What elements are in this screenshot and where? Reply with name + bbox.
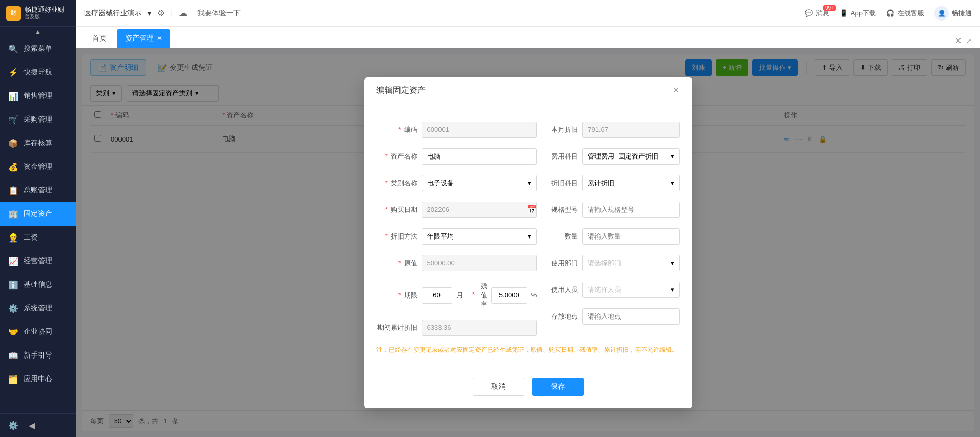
sidebar-item-label: 采购管理 — [24, 115, 52, 124]
expense-subject-select[interactable]: 管理费用_固定资产折旧 ▾ — [582, 148, 679, 165]
initial-accumulated-label: 期初累计折旧 — [376, 323, 417, 332]
form-row-location: 存放地点 — [537, 303, 679, 330]
period-input[interactable] — [422, 287, 452, 304]
form-row-purchase-date: * 购买日期 📅 — [376, 196, 537, 223]
purchase-date-label: * 购买日期 — [376, 205, 417, 214]
sidebar-item-management[interactable]: 📈 经营管理 — [0, 249, 76, 273]
settings-icon[interactable]: ⚙ — [157, 8, 165, 18]
modal-footer: 取消 保存 — [364, 371, 692, 408]
sidebar-bottom: ⚙️ ◀ — [0, 413, 76, 437]
sidebar-item-label: 企业协同 — [24, 327, 52, 336]
sidebar-item-sales[interactable]: 📊 销售管理 — [0, 84, 76, 108]
period-unit: 月 — [456, 291, 463, 300]
model-label: 规格型号 — [537, 205, 578, 214]
location-label: 存放地点 — [537, 312, 578, 321]
name-input[interactable] — [422, 148, 537, 165]
customer-service-button[interactable]: 🎧 在线客服 — [886, 9, 924, 18]
residual-rate-input[interactable] — [491, 287, 527, 304]
depreciation-subject-label: 折旧科目 — [537, 178, 578, 188]
sidebar-item-quick-nav[interactable]: ⚡ 快捷导航 — [0, 61, 76, 84]
original-value-input[interactable] — [422, 255, 537, 271]
form-row-monthly-depreciation: 本月折旧 — [537, 116, 679, 143]
app-download-button[interactable]: 📱 App下载 — [839, 9, 876, 18]
modal-overlay: 编辑固定资产 ✕ * 编码 — [76, 48, 980, 437]
collapse-icon[interactable]: ◀ — [29, 421, 35, 430]
form-row-quantity: 数量 — [537, 223, 679, 250]
cancel-button[interactable]: 取消 — [473, 378, 524, 396]
modal-body: * 编码 * 资产名称 — [364, 104, 692, 371]
period-label: * 期限 — [376, 291, 417, 300]
form-row-name: * 资产名称 — [376, 143, 537, 170]
ledger-icon: 📋 — [8, 186, 18, 195]
sidebar-item-label: 经营管理 — [24, 256, 52, 266]
tab-maximize-icon[interactable]: ⤢ — [966, 37, 972, 45]
sidebar-item-label: 工资 — [24, 233, 38, 242]
sidebar-item-label: 库存核算 — [24, 138, 52, 148]
sidebar-header: 财 畅捷通好业财 普及版 — [0, 0, 76, 27]
save-button[interactable]: 保存 — [532, 378, 584, 396]
sidebar-scroll-up[interactable]: ▲ — [0, 27, 76, 37]
modal-header: 编辑固定资产 ✕ — [364, 77, 692, 104]
search-icon: 🔍 — [8, 44, 18, 54]
sidebar-item-system[interactable]: ⚙️ 系统管理 — [0, 296, 76, 320]
calendar-icon[interactable]: 📅 — [527, 205, 537, 214]
form-row-user: 使用人员 请选择人员 ▾ — [537, 276, 679, 303]
sidebar-item-payroll[interactable]: 👷 工资 — [0, 226, 76, 249]
model-input[interactable] — [582, 202, 679, 218]
residual-rate-label: 残值率 — [481, 282, 487, 309]
sidebar-item-inventory[interactable]: 📦 库存核算 — [0, 131, 76, 155]
user-avatar: 👤 — [934, 6, 949, 21]
user-dropdown-icon: ▾ — [671, 286, 674, 293]
topbar-dropdown-arrow[interactable]: ▾ — [148, 9, 151, 17]
tab-asset-label: 资产管理 — [125, 34, 154, 43]
depreciation-subject-select[interactable]: 累计折旧 ▾ — [582, 175, 679, 191]
main-area: 医疗器械行业演示 ▾ ⚙ | ☁ 我要体验一下 💬 消息 99+ 📱 App下载… — [76, 0, 980, 437]
messages-button[interactable]: 💬 消息 99+ — [805, 9, 829, 18]
apps-icon: 🗂️ — [8, 374, 18, 384]
form-row-department: 使用部门 请选择部门 ▾ — [537, 250, 679, 276]
tab-asset-management[interactable]: 资产管理 ✕ — [117, 29, 170, 48]
sidebar-item-purchase[interactable]: 🛒 采购管理 — [0, 108, 76, 131]
depreciation-subject-dropdown-icon: ▾ — [671, 179, 674, 187]
form-left-col: * 编码 * 资产名称 — [376, 116, 537, 341]
sidebar-item-finance[interactable]: 💰 资金管理 — [0, 155, 76, 178]
topbar-right: 💬 消息 99+ 📱 App下载 🎧 在线客服 👤 畅捷通 — [805, 6, 972, 21]
sidebar-item-ledger[interactable]: 📋 总账管理 — [0, 178, 76, 202]
sidebar-item-basic-info[interactable]: ℹ️ 基础信息 — [0, 273, 76, 296]
edit-fixed-asset-modal: 编辑固定资产 ✕ * 编码 — [364, 77, 692, 408]
residual-rate-unit: % — [531, 291, 537, 299]
experience-icon: ☁ — [179, 8, 187, 18]
user-label: 使用人员 — [537, 285, 578, 294]
sidebar-item-fixed-assets[interactable]: 🏢 固定资产 — [0, 202, 76, 226]
tabbar: 首页 资产管理 ✕ ✕ ⤢ — [76, 27, 980, 48]
sidebar-item-search[interactable]: 🔍 搜索菜单 — [0, 37, 76, 61]
tab-home[interactable]: 首页 — [84, 29, 115, 48]
sidebar-item-apps[interactable]: 🗂️ 应用中心 — [0, 367, 76, 391]
location-input[interactable] — [582, 308, 679, 325]
tab-close-icon[interactable]: ✕ — [157, 35, 162, 42]
code-input[interactable] — [422, 122, 537, 138]
form-row-depreciation-subject: 折旧科目 累计折旧 ▾ — [537, 170, 679, 196]
category-select[interactable]: 电子设备 ▾ — [422, 175, 537, 191]
modal-close-button[interactable]: ✕ — [672, 85, 680, 96]
quantity-input[interactable] — [582, 228, 679, 245]
management-icon: 📈 — [8, 256, 18, 266]
sidebar-item-guide[interactable]: 📖 新手引导 — [0, 344, 76, 367]
customer-service-icon: 🎧 — [886, 9, 894, 17]
settings-icon[interactable]: ⚙️ — [8, 421, 18, 430]
initial-accumulated-input[interactable] — [422, 320, 537, 336]
topbar-divider: | — [171, 9, 173, 18]
purchase-date-input[interactable] — [422, 202, 537, 218]
modal-title: 编辑固定资产 — [376, 85, 426, 96]
message-icon: 💬 — [805, 9, 813, 17]
form-row-depreciation-method: * 折旧方法 年限平均 ▾ — [376, 223, 537, 250]
user-select[interactable]: 请选择人员 ▾ — [582, 282, 679, 298]
experience-label[interactable]: 我要体验一下 — [197, 9, 241, 18]
sidebar-item-enterprise[interactable]: 🤝 企业协同 — [0, 320, 76, 344]
original-value-label: * 原值 — [376, 259, 417, 268]
form-row-period: * 期限 月 * 残值率 % — [376, 276, 537, 314]
depreciation-method-select[interactable]: 年限平均 ▾ — [422, 228, 537, 245]
user-avatar-wrap[interactable]: 👤 畅捷通 — [934, 6, 972, 21]
tab-close-all-icon[interactable]: ✕ — [955, 36, 962, 46]
department-select[interactable]: 请选择部门 ▾ — [582, 255, 679, 271]
